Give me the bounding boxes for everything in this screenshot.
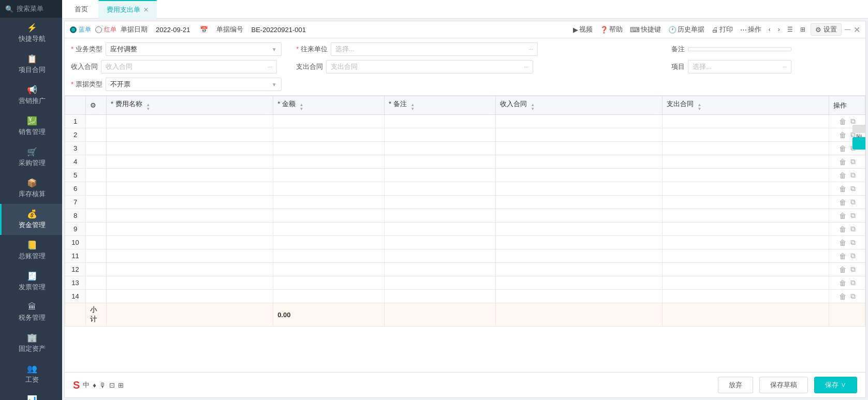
- row-expense-7[interactable]: [662, 196, 829, 209]
- row-expense-6[interactable]: [662, 182, 829, 196]
- discard-button[interactable]: 放弃: [718, 377, 753, 393]
- row-note-11[interactable]: [384, 249, 495, 263]
- row-expense-11[interactable]: [662, 249, 829, 263]
- row-delete-icon-11[interactable]: 🗑: [839, 252, 846, 260]
- row-copy-icon-14[interactable]: ⧉: [850, 292, 856, 301]
- row-note-5[interactable]: [384, 169, 495, 182]
- row-copy-icon-4[interactable]: ⧉: [850, 157, 856, 166]
- row-copy-icon-13[interactable]: ⧉: [850, 278, 856, 287]
- print-btn[interactable]: 🖨 打印: [710, 24, 735, 35]
- row-note-6[interactable]: [384, 182, 495, 196]
- row-expense-name-8[interactable]: [107, 209, 273, 223]
- row-copy-icon-10[interactable]: ⧉: [850, 238, 856, 247]
- th-settings[interactable]: ⚙: [86, 96, 107, 115]
- row-amount-2[interactable]: [273, 128, 385, 142]
- row-copy-icon-11[interactable]: ⧉: [850, 251, 856, 260]
- row-income-1[interactable]: [495, 115, 662, 128]
- sidebar-item-fixed-assets[interactable]: 🏢 固定资产: [0, 328, 62, 359]
- tab-expense-voucher[interactable]: 费用支出单 ✕: [98, 0, 157, 19]
- row-expense-8[interactable]: [662, 209, 829, 223]
- row-note-12[interactable]: [384, 263, 495, 276]
- row-income-9[interactable]: [495, 223, 662, 236]
- row-note-10[interactable]: [384, 236, 495, 249]
- row-note-14[interactable]: [384, 290, 495, 303]
- row-amount-8[interactable]: [273, 209, 385, 223]
- row-delete-icon-6[interactable]: 🗑: [839, 185, 846, 193]
- row-expense-3[interactable]: [662, 142, 829, 155]
- side-tab-attachment[interactable]: 附: [852, 125, 865, 133]
- row-delete-icon-4[interactable]: 🗑: [839, 158, 846, 166]
- row-copy-icon-6[interactable]: ⧉: [850, 184, 856, 193]
- row-amount-5[interactable]: [273, 169, 385, 182]
- tab-close-icon[interactable]: ✕: [143, 6, 149, 13]
- row-note-3[interactable]: [384, 142, 495, 155]
- row-amount-4[interactable]: [273, 155, 385, 169]
- income-contract-input[interactable]: 收入合同 ···: [101, 60, 277, 73]
- nav-next-btn[interactable]: ›: [776, 25, 782, 34]
- row-expense-5[interactable]: [662, 169, 829, 182]
- row-expense-name-10[interactable]: [107, 236, 273, 249]
- row-copy-icon-12[interactable]: ⧉: [850, 265, 856, 274]
- settings-btn[interactable]: ⚙ 设置: [811, 23, 842, 36]
- row-note-9[interactable]: [384, 223, 495, 236]
- save-button[interactable]: 保存 ∨: [814, 377, 857, 393]
- row-expense-2[interactable]: [662, 128, 829, 142]
- row-expense-10[interactable]: [662, 236, 829, 249]
- sidebar-item-inventory[interactable]: 📦 库存核算: [0, 173, 62, 204]
- row-copy-icon-5[interactable]: ⧉: [850, 171, 856, 180]
- row-income-14[interactable]: [495, 290, 662, 303]
- row-expense-name-12[interactable]: [107, 263, 273, 276]
- sidebar-item-ledger[interactable]: 📒 总账管理: [0, 235, 62, 266]
- row-expense-name-13[interactable]: [107, 276, 273, 290]
- row-income-6[interactable]: [495, 182, 662, 196]
- help-btn[interactable]: ❓ 帮助: [598, 24, 625, 35]
- sort-expense-icons[interactable]: ▲▼: [697, 103, 701, 111]
- row-amount-6[interactable]: [273, 182, 385, 196]
- row-copy-icon-9[interactable]: ⧉: [850, 225, 856, 233]
- row-delete-icon-2[interactable]: 🗑: [839, 131, 846, 139]
- sidebar-item-marketing[interactable]: 📢 营销推广: [0, 80, 62, 111]
- sidebar-item-capital[interactable]: 💰 资金管理: [0, 204, 62, 235]
- row-expense-name-3[interactable]: [107, 142, 273, 155]
- radio-red[interactable]: 红单: [95, 25, 116, 34]
- note-input[interactable]: [688, 47, 791, 51]
- th-expense-name[interactable]: * 费用名称 ▲▼: [107, 96, 273, 115]
- row-amount-11[interactable]: [273, 249, 385, 263]
- row-expense-name-11[interactable]: [107, 249, 273, 263]
- row-expense-4[interactable]: [662, 155, 829, 169]
- calendar-icon[interactable]: 📅: [200, 26, 208, 34]
- row-note-8[interactable]: [384, 209, 495, 223]
- row-delete-icon-8[interactable]: 🗑: [839, 212, 846, 220]
- radio-blue[interactable]: 蓝单: [70, 25, 91, 34]
- row-expense-name-14[interactable]: [107, 290, 273, 303]
- sort-icons[interactable]: ▲▼: [146, 103, 150, 111]
- window-minimize-btn[interactable]: ─: [845, 25, 850, 34]
- row-income-7[interactable]: [495, 196, 662, 209]
- row-income-13[interactable]: [495, 276, 662, 290]
- row-delete-icon-13[interactable]: 🗑: [839, 279, 846, 287]
- sidebar-search[interactable]: 🔍 搜索菜单: [0, 0, 62, 18]
- row-income-10[interactable]: [495, 236, 662, 249]
- row-note-4[interactable]: [384, 155, 495, 169]
- th-note[interactable]: * 备注 ▲▼: [384, 96, 495, 115]
- row-amount-7[interactable]: [273, 196, 385, 209]
- row-delete-icon-5[interactable]: 🗑: [839, 171, 846, 180]
- row-expense-name-9[interactable]: [107, 223, 273, 236]
- row-expense-name-5[interactable]: [107, 169, 273, 182]
- row-expense-name-6[interactable]: [107, 182, 273, 196]
- row-income-12[interactable]: [495, 263, 662, 276]
- row-expense-14[interactable]: [662, 290, 829, 303]
- row-amount-3[interactable]: [273, 142, 385, 155]
- row-expense-1[interactable]: [662, 115, 829, 128]
- th-amount[interactable]: * 金额 ▲▼: [273, 96, 385, 115]
- video-btn[interactable]: ▶ 视频: [571, 24, 595, 35]
- radio-red-input[interactable]: [95, 26, 102, 33]
- sidebar-item-quick-nav[interactable]: ⚡ 快捷导航: [0, 18, 62, 49]
- row-delete-icon-1[interactable]: 🗑: [839, 117, 846, 126]
- expense-contract-input[interactable]: 支出合同 ···: [326, 60, 533, 73]
- row-income-3[interactable]: [495, 142, 662, 155]
- row-expense-name-1[interactable]: [107, 115, 273, 128]
- row-amount-13[interactable]: [273, 276, 385, 290]
- row-income-2[interactable]: [495, 128, 662, 142]
- row-delete-icon-10[interactable]: 🗑: [839, 239, 846, 247]
